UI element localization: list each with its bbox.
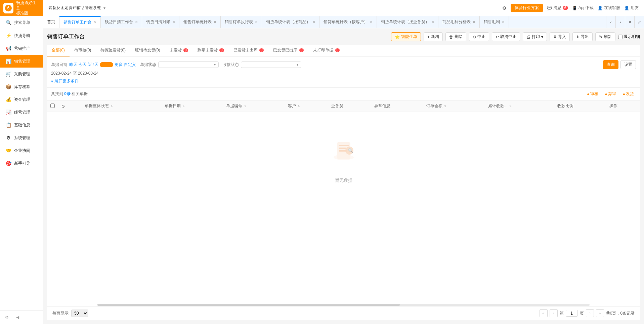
topbar-user[interactable]: 👤 用友 — [624, 5, 639, 11]
tab-sales-exec[interactable]: 销售订单执行表 ✕ — [221, 16, 262, 28]
th-amount[interactable]: 订单金额 ⇅ — [423, 100, 485, 112]
sidebar-item-operations[interactable]: 📈 经营管理 — [0, 106, 43, 119]
sidebar-item-inventory[interactable]: 📦 库存核算 — [0, 80, 43, 93]
sidebar-item-system[interactable]: ⚙ 系统管理 — [0, 131, 43, 144]
print-btn[interactable]: 🖨 打印 ▾ — [523, 32, 547, 41]
scrollbar-thumb[interactable] — [97, 304, 400, 306]
filter-tab-all[interactable]: 全部(0) — [47, 45, 70, 56]
filter-tab-not-printed[interactable]: 未打印单据 0 — [308, 45, 344, 56]
sidebar-item-search[interactable]: 🔍 搜索菜单 — [0, 16, 43, 29]
export-btn[interactable]: ⬆ 导出 — [572, 32, 593, 41]
th-received[interactable]: 累计收款... ⇅ — [485, 100, 554, 112]
date-more[interactable]: 更多 — [115, 62, 123, 68]
add-btn[interactable]: + 新增 — [424, 32, 443, 41]
ship-action-btn[interactable]: ● 发货 — [621, 90, 636, 97]
tab-close-8-icon[interactable]: ✕ — [431, 20, 434, 24]
topbar-messages[interactable]: 💬 消息 6 — [547, 5, 568, 11]
tab-scroll-left-btn[interactable]: ‹ — [606, 16, 616, 28]
horizontal-scrollbar[interactable] — [47, 303, 640, 306]
filter-tab-not-shipped[interactable]: 未发货 0 — [165, 45, 193, 56]
delete-btn[interactable]: 🗑 删除 — [445, 32, 466, 41]
th-status[interactable]: 单据整体状态 ⇅ — [81, 100, 161, 112]
tab-close-10-icon[interactable]: ✕ — [502, 20, 505, 24]
date-custom[interactable]: 自定义 — [124, 62, 136, 68]
next-page-btn[interactable]: › — [586, 309, 594, 317]
tab-money-daily[interactable]: 钱货日清工作台 ✕ — [101, 16, 142, 28]
sidebar-collapse-icon[interactable]: ◀ — [13, 313, 22, 321]
filter-tab-overdue[interactable]: 到期未发货 0 — [193, 45, 229, 56]
th-number[interactable]: 单据编号 ⇅ — [223, 100, 285, 112]
date-1month[interactable]: 近1月 — [100, 62, 113, 67]
import-btn[interactable]: ⬇ 导入 — [550, 32, 570, 41]
filter-tab-wangpu[interactable]: 旺铺待发货(0) — [130, 45, 165, 56]
topbar-app-download[interactable]: 📱 App下载 — [572, 5, 594, 11]
stop-btn[interactable]: ⊙ 中止 — [469, 32, 489, 41]
cancel-review-action-btn[interactable]: ● 弃审 — [603, 90, 618, 97]
th-date[interactable]: 单据日期 ⇅ — [161, 100, 223, 112]
select-all-checkbox[interactable] — [50, 104, 55, 108]
svg-text:🔍: 🔍 — [348, 148, 353, 153]
sidebar-item-enterprise[interactable]: 🤝 企业协同 — [0, 144, 43, 157]
print-arrow-icon: ▾ — [541, 35, 543, 39]
expand-conditions-btn[interactable]: ▾ 展开更多条件 — [51, 78, 636, 84]
tab-close-all-btn[interactable]: ✕ — [625, 16, 635, 28]
payment-filter-label: 收款状态 — [223, 62, 239, 68]
tab-close-6-icon[interactable]: ✕ — [312, 20, 315, 24]
tab-sales-customer[interactable]: 销货单统计表（按客户） ✕ — [319, 16, 377, 28]
tab-sales-profit[interactable]: 销售毛利 ✕ — [480, 16, 509, 28]
sidebar-item-sales[interactable]: 📊 销售管理 — [0, 55, 43, 68]
cancel-stop-btn[interactable]: ↩ 取消中止 — [492, 32, 520, 41]
tab-close-9-icon[interactable]: ✕ — [473, 20, 475, 24]
tab-sales-product[interactable]: 销货单统计表（按商品） ✕ — [262, 16, 319, 28]
th-customer[interactable]: 客户 ⇅ — [285, 100, 328, 112]
status-filter-input[interactable]: ▾ — [158, 62, 219, 68]
tab-reconcile[interactable]: 钱货日清对账 ✕ — [142, 16, 179, 28]
page-input[interactable] — [566, 310, 578, 317]
tab-home[interactable]: 首页 — [43, 16, 59, 28]
last-page-btn[interactable]: » — [596, 309, 604, 317]
tab-close-4-icon[interactable]: ✕ — [214, 20, 216, 24]
date-7days[interactable]: 近7天 — [88, 62, 98, 68]
review-dot: ● — [587, 92, 589, 96]
tab-sales-order-workbench[interactable]: 销售订单工作台 ✕ — [59, 16, 101, 28]
query-btn[interactable]: 查询 — [603, 60, 618, 69]
payment-filter-input[interactable]: ▾ — [241, 62, 301, 68]
tab-sales-stats[interactable]: 销售订单统计表 ✕ — [179, 16, 221, 28]
topbar-online-service[interactable]: 👤 在线客服 — [598, 5, 620, 11]
date-today[interactable]: 今天 — [79, 62, 87, 68]
tab-margin-analysis[interactable]: 商品毛利分析表 ✕ — [438, 16, 480, 28]
tab-close-icon[interactable]: ✕ — [94, 21, 96, 24]
tab-close-2-icon[interactable]: ✕ — [135, 20, 138, 24]
sidebar-item-quick-nav[interactable]: ⚡ 快捷导航 — [0, 29, 43, 42]
sort-status-icon: ⇅ — [111, 105, 113, 108]
topbar-gear-icon[interactable]: ⚙ — [502, 5, 507, 11]
sidebar-item-basic[interactable]: 📋 基础信息 — [0, 119, 43, 131]
tab-close-5-icon[interactable]: ✕ — [255, 20, 258, 24]
sidebar-item-finance[interactable]: 💰 资金管理 — [0, 93, 43, 106]
smart-create-btn[interactable]: ⭐ 智能生单 — [391, 32, 421, 41]
per-page-select[interactable]: 50 10 20 100 — [71, 310, 88, 317]
filter-tab-pending-check[interactable]: 待拣验发货(0) — [96, 45, 130, 56]
set-btn[interactable]: 设置 — [620, 60, 636, 69]
filter-tab-shipped-out[interactable]: 已发货已出库 0 — [268, 45, 308, 56]
tab-close-7-icon[interactable]: ✕ — [370, 20, 373, 24]
tab-maximize-btn[interactable]: ⤢ — [635, 16, 644, 28]
industry-btn[interactable]: 体验行业方案 — [511, 4, 543, 12]
filter-tab-pending-review[interactable]: 待审核(0) — [70, 45, 96, 56]
refresh-btn[interactable]: ↻ 刷新 — [595, 32, 615, 41]
prev-page-btn[interactable]: ‹ — [550, 309, 558, 317]
filter-tab-shipped-not-out[interactable]: 已发货未出库 0 — [229, 45, 269, 56]
date-yesterday[interactable]: 昨天 — [69, 62, 77, 68]
sidebar-item-purchase[interactable]: 🛒 采购管理 — [0, 68, 43, 80]
tab-scroll-right-btn[interactable]: › — [616, 16, 625, 28]
show-detail-checkbox[interactable] — [618, 35, 622, 39]
service-icon: 👤 — [598, 6, 603, 10]
sidebar-item-guide[interactable]: 🎯 新手引导 — [0, 157, 43, 170]
first-page-btn[interactable]: « — [540, 309, 548, 317]
review-action-btn[interactable]: ● 审核 — [585, 90, 600, 97]
sidebar-settings-icon[interactable]: ⚙ — [3, 313, 11, 321]
tab-close-3-icon[interactable]: ✕ — [172, 20, 175, 24]
sidebar-item-marketing[interactable]: 📢 营销推广 — [0, 42, 43, 55]
tab-sales-salesperson[interactable]: 销货单统计表（按业务员） ✕ — [377, 16, 438, 28]
show-detail-label[interactable]: 显示明细 — [618, 34, 640, 40]
